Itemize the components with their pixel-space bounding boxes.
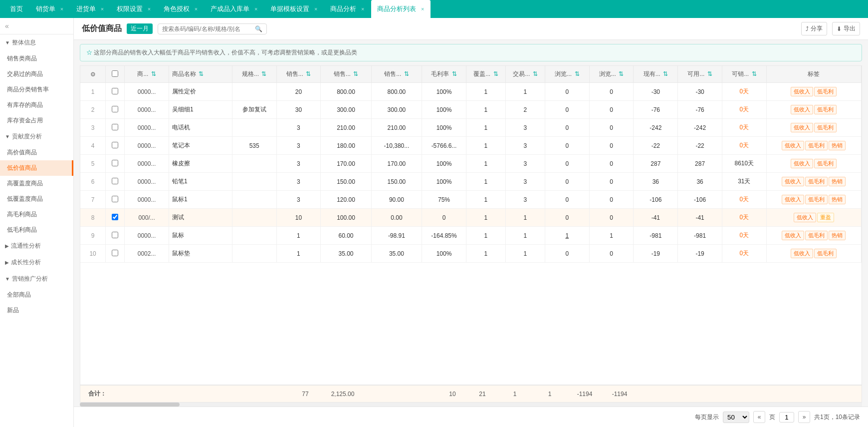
table-row: 6 0000... 铅笔1 3 150.00 150.00 100% 1 3 0… xyxy=(80,173,862,191)
nav-purchase-order[interactable]: 进货单 × xyxy=(70,0,110,18)
close-icon[interactable]: × xyxy=(60,6,63,12)
cell-checkbox[interactable] xyxy=(106,101,125,119)
nav-role-auth[interactable]: 角色授权 × xyxy=(158,0,204,18)
close-icon[interactable]: × xyxy=(361,6,364,12)
th-code[interactable]: 商... ⇅ xyxy=(125,66,169,83)
th-browse1[interactable]: 浏览... ⇅ xyxy=(545,66,589,83)
cell-checkbox[interactable] xyxy=(106,173,125,191)
search-input[interactable] xyxy=(162,25,252,32)
cell-checkbox[interactable] xyxy=(106,137,125,155)
cell-checkbox[interactable] xyxy=(106,245,125,263)
nav-permission-settings[interactable]: 权限设置 × xyxy=(111,0,157,18)
cell-browse2: 0 xyxy=(589,83,634,101)
sidebar-item-high-margin[interactable]: 高毛利商品 xyxy=(0,207,73,222)
cell-checkbox[interactable] xyxy=(106,191,125,209)
sidebar-item-low-coverage[interactable]: 低覆盖度商品 xyxy=(0,191,73,207)
warning-icon: ☆ xyxy=(86,49,92,56)
horizontal-scrollbar[interactable] xyxy=(80,403,862,407)
settings-icon[interactable]: ⚙ xyxy=(90,71,96,78)
sidebar-item-high-value[interactable]: 高价值商品 xyxy=(0,145,73,160)
cell-browse1[interactable]: 1 xyxy=(545,227,589,245)
sidebar-section-overall[interactable]: ▼ 整体信息 xyxy=(0,34,73,51)
search-icon[interactable]: 🔍 xyxy=(255,25,262,32)
cell-sale1: 3 xyxy=(276,191,321,209)
row-checkbox[interactable] xyxy=(112,160,118,166)
th-sale-profit[interactable]: 销售... ⇅ xyxy=(371,66,422,83)
sidebar-item-category-rate[interactable]: 商品分类销售率 xyxy=(0,82,73,97)
select-all-checkbox[interactable] xyxy=(112,70,118,77)
cell-checkbox[interactable] xyxy=(106,209,125,227)
th-spec[interactable]: 规格... ⇅ xyxy=(232,66,276,83)
header-right: ⤴ 分享 ⬇ 导出 xyxy=(801,22,860,35)
close-icon[interactable]: × xyxy=(195,6,198,12)
scrollbar-thumb[interactable] xyxy=(80,403,180,407)
th-sale-amount[interactable]: 销售... ⇅ xyxy=(321,66,371,83)
sidebar-item-stock-goods[interactable]: 有库存的商品 xyxy=(0,97,73,113)
sidebar-section-liquidity[interactable]: ▶ 流通性分析 xyxy=(0,238,73,254)
collapse-btn[interactable]: « xyxy=(5,22,9,30)
sidebar-section-marketing[interactable]: ▼ 营销推广分析 xyxy=(0,271,73,287)
th-available-stock[interactable]: 可用... ⇅ xyxy=(678,66,722,83)
sidebar-item-all-goods[interactable]: 全部商品 xyxy=(0,287,73,303)
cell-checkbox[interactable] xyxy=(106,83,125,101)
cell-avail2: -106 xyxy=(678,191,722,209)
sidebar-section-contribution[interactable]: ▼ 贡献度分析 xyxy=(0,128,73,145)
cell-num: 4 xyxy=(80,137,106,155)
cell-name: 测试 xyxy=(169,209,232,227)
date-filter-btn[interactable]: 近一月 xyxy=(127,23,153,34)
close-icon[interactable]: × xyxy=(254,6,257,12)
th-browse2[interactable]: 浏览... ⇅ xyxy=(589,66,634,83)
export-button[interactable]: ⬇ 导出 xyxy=(832,22,860,35)
th-name[interactable]: 商品名称 ⇅ xyxy=(169,66,232,83)
th-margin[interactable]: 毛利率 ⇅ xyxy=(422,66,466,83)
sidebar-item-low-margin[interactable]: 低毛利商品 xyxy=(0,222,73,238)
th-current-stock[interactable]: 现有... ⇅ xyxy=(634,66,678,83)
nav-sales-order[interactable]: 销货单 × xyxy=(30,0,69,18)
close-icon[interactable]: × xyxy=(421,6,424,12)
sidebar-item-low-value[interactable]: 低价值商品 xyxy=(0,160,73,176)
sidebar-item-sales-goods[interactable]: 销售类商品 xyxy=(0,51,73,66)
row-checkbox[interactable] xyxy=(112,88,118,94)
row-checkbox[interactable] xyxy=(112,214,118,220)
row-checkbox[interactable] xyxy=(112,196,118,202)
nav-template-settings[interactable]: 单据模板设置 × xyxy=(264,0,323,18)
cell-name: 电话机 xyxy=(169,119,232,137)
close-icon[interactable]: × xyxy=(101,6,104,12)
cell-browse2: 1 xyxy=(589,227,634,245)
cell-spec xyxy=(232,227,276,245)
th-saleable[interactable]: 可销... ⇅ xyxy=(722,66,766,83)
row-checkbox[interactable] xyxy=(112,106,118,112)
sidebar-section-growth[interactable]: ▶ 成长性分析 xyxy=(0,254,73,271)
product-tag: 低收入 xyxy=(791,159,813,168)
cell-cover: 1 xyxy=(466,83,505,101)
next-page-btn[interactable]: » xyxy=(798,411,810,423)
row-checkbox[interactable] xyxy=(112,178,118,184)
page-number-input[interactable] xyxy=(779,412,794,423)
th-coverage[interactable]: 覆盖... ⇅ xyxy=(466,66,505,83)
close-icon[interactable]: × xyxy=(314,6,317,12)
th-settings[interactable]: ⚙ xyxy=(80,66,106,83)
nav-product-analysis-list[interactable]: 商品分析列表 × xyxy=(371,0,430,18)
cell-checkbox[interactable] xyxy=(106,227,125,245)
row-checkbox[interactable] xyxy=(112,232,118,238)
sidebar-item-capital[interactable]: 库存资金占用 xyxy=(0,113,73,128)
per-page-select[interactable]: 50 100 xyxy=(723,412,749,423)
prev-page-btn[interactable]: « xyxy=(753,411,765,423)
th-sale-qty[interactable]: 销售... ⇅ xyxy=(276,66,321,83)
close-icon[interactable]: × xyxy=(148,6,151,12)
cell-browse1: 0 xyxy=(545,155,589,173)
row-checkbox[interactable] xyxy=(112,250,118,256)
sidebar-item-new-goods[interactable]: 新品 xyxy=(0,303,73,318)
cell-checkbox[interactable] xyxy=(106,155,125,173)
sidebar-item-traded-goods[interactable]: 交易过的商品 xyxy=(0,66,73,82)
th-checkbox[interactable] xyxy=(106,66,125,83)
nav-product-instock[interactable]: 产成品入库单 × xyxy=(205,0,263,18)
share-button[interactable]: ⤴ 分享 xyxy=(801,22,827,35)
row-checkbox[interactable] xyxy=(112,142,118,148)
th-trade[interactable]: 交易... ⇅ xyxy=(505,66,545,83)
sidebar-item-high-coverage[interactable]: 高覆盖度商品 xyxy=(0,176,73,191)
row-checkbox[interactable] xyxy=(112,124,118,130)
nav-product-analysis[interactable]: 商品分析 × xyxy=(324,0,370,18)
cell-checkbox[interactable] xyxy=(106,119,125,137)
nav-home[interactable]: 首页 xyxy=(4,0,29,18)
